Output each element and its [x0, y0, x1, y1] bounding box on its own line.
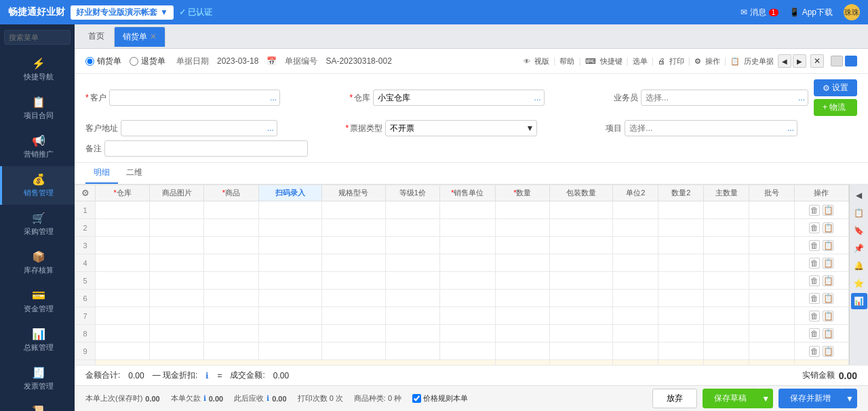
right-panel-btn-6[interactable]: ⭐ [851, 275, 867, 292]
row-copy-6[interactable]: 📋 [823, 293, 833, 304]
view-mode-grid-button[interactable] [845, 56, 857, 66]
row-warehouse-1[interactable] [96, 201, 150, 219]
row-qty-1[interactable] [495, 201, 549, 219]
sidebar-item-quick[interactable]: ⚡ 快捷导航 [0, 50, 75, 89]
right-panel-btn-5[interactable]: 🔔 [851, 258, 867, 274]
select-label[interactable]: 选单 [633, 56, 648, 66]
remark-input[interactable] [104, 140, 308, 157]
row-delete-3[interactable]: 🗑 [809, 240, 820, 251]
abandon-button[interactable]: 放弃 [652, 389, 697, 408]
save-draft-dropdown-button[interactable]: ▼ [758, 389, 773, 408]
help-label[interactable]: 帮助 [559, 56, 574, 66]
discount-info-icon[interactable]: ℹ [205, 371, 209, 380]
customer-input[interactable] [110, 93, 268, 102]
row-delete-7[interactable]: 🗑 [809, 311, 820, 321]
price-check-checkbox[interactable] [412, 394, 421, 403]
add-cargo-button[interactable]: + 物流 [814, 99, 857, 116]
row-sales-unit-1[interactable] [439, 201, 495, 219]
company-selector[interactable]: 好业财专业版演示帐套 ▼ [71, 5, 174, 20]
sidebar-item-marketing[interactable]: 📢 营销推广 [0, 128, 75, 166]
shortcut-label[interactable]: 快捷键 [600, 56, 623, 66]
row-copy-3[interactable]: 📋 [823, 240, 833, 251]
sidebar-item-invoice[interactable]: 🧾 发票管理 [0, 359, 75, 398]
row-copy-1[interactable]: 📋 [823, 205, 833, 216]
app-download-button[interactable]: 📱 App下载 [789, 7, 833, 18]
tab-home[interactable]: 首页 [80, 26, 113, 46]
setup-button[interactable]: ⚙ 设置 [814, 79, 857, 96]
tab-sales-order[interactable]: 销货单 ✕ [114, 26, 165, 47]
salesperson-input[interactable] [642, 93, 795, 102]
view-label[interactable]: 视版 [534, 56, 549, 66]
history-label[interactable]: 历史单据 [744, 56, 774, 66]
warehouse-dots-button[interactable]: ... [532, 93, 544, 102]
row-delete-5[interactable]: 🗑 [809, 275, 820, 286]
row-delete-2[interactable]: 🗑 [809, 222, 820, 233]
row-delete-4[interactable]: 🗑 [809, 258, 820, 269]
sidebar-item-finance[interactable]: 💳 资金管理 [0, 282, 75, 321]
save-new-dropdown-button[interactable]: ▼ [842, 389, 857, 408]
tab-2d[interactable]: 二维 [118, 163, 151, 184]
project-input[interactable] [625, 123, 785, 133]
user-avatar-area[interactable]: 珠珠 [844, 4, 860, 20]
row-qty2-1[interactable] [658, 201, 704, 219]
right-panel-btn-4[interactable]: 📌 [851, 240, 867, 256]
sidebar-item-sales[interactable]: 💰 销售管理 [0, 166, 75, 205]
sidebar-item-purchase[interactable]: 🛒 采购管理 [0, 205, 75, 243]
tab-close-icon[interactable]: ✕ [150, 32, 157, 41]
right-panel-btn-2[interactable]: 📋 [851, 205, 867, 221]
row-unit2-1[interactable] [613, 201, 658, 219]
table-header-row: ⚙ *仓库 商品图片 *商品 扫码录入 规格型号 等级1价 *销售单位 * [75, 185, 849, 201]
form-close-button[interactable]: ✕ [810, 54, 824, 68]
row-batch-import-1[interactable] [258, 201, 322, 219]
search-input[interactable] [4, 30, 71, 45]
row-delete-1[interactable]: 🗑 [809, 205, 820, 216]
row-copy-2[interactable]: 📋 [823, 222, 833, 233]
customer-dots-button[interactable]: ... [267, 93, 279, 102]
save-new-button[interactable]: 保存并新增 [778, 389, 842, 408]
row-batch-1[interactable] [749, 201, 794, 219]
row-delete-8[interactable]: 🗑 [809, 328, 820, 339]
message-button[interactable]: ✉ 消息 1 [741, 7, 778, 18]
row-copy-9[interactable]: 📋 [823, 346, 833, 357]
row-product-img-1[interactable] [150, 201, 204, 219]
table-settings-col[interactable]: ⚙ [75, 185, 96, 201]
right-panel-btn-3[interactable]: 🔖 [851, 222, 867, 239]
sidebar-item-project[interactable]: 📋 项目合同 [0, 89, 75, 128]
sidebar-item-inventory[interactable]: 📦 库存核算 [0, 243, 75, 282]
row-copy-8[interactable]: 📋 [823, 328, 833, 339]
right-panel-btn-1[interactable]: ◀ [851, 187, 867, 203]
row-delete-6[interactable]: 🗑 [809, 293, 820, 304]
print-label[interactable]: 打印 [669, 56, 684, 66]
warehouse-input[interactable] [374, 93, 532, 102]
operate-label[interactable]: 操作 [705, 56, 720, 66]
row-main-qty-1[interactable] [704, 201, 749, 219]
sidebar-item-accounting[interactable]: 📊 总账管理 [0, 321, 75, 359]
nav-next-button[interactable]: ▶ [793, 54, 806, 68]
row-product-1[interactable] [204, 201, 258, 219]
project-input-wrapper: ... [625, 120, 797, 136]
salesperson-dots-button[interactable]: ... [795, 93, 808, 102]
price-check-label[interactable]: 价格规则本单 [412, 393, 468, 404]
row-copy-4[interactable]: 📋 [823, 258, 833, 269]
nav-prev-button[interactable]: ◀ [778, 54, 791, 68]
invoice-type-input[interactable] [386, 123, 523, 133]
radio-sales-order[interactable]: 销货单 [85, 56, 121, 67]
row-spec-1[interactable] [322, 201, 386, 219]
row-price1-1[interactable] [385, 201, 439, 219]
save-draft-button[interactable]: 保存草稿 [703, 389, 758, 408]
invoice-dropdown-icon[interactable]: ▼ [524, 123, 537, 133]
row-pack-qty-1[interactable] [549, 201, 613, 219]
project-dots-button[interactable]: ... [785, 123, 797, 133]
customer-addr-input[interactable] [121, 123, 264, 133]
sidebar-item-tax[interactable]: 📜 税务管理 [0, 398, 75, 411]
view-mode-list-button[interactable] [831, 56, 843, 66]
tab-detail[interactable]: 明细 [85, 163, 118, 184]
customer-addr-dots-button[interactable]: ... [264, 123, 277, 133]
right-panel-btn-7[interactable]: 📊 [851, 293, 867, 309]
calendar-icon[interactable]: 📅 [267, 56, 277, 66]
settings-gear-icon[interactable]: ⚙ [81, 188, 90, 198]
row-copy-5[interactable]: 📋 [823, 275, 833, 286]
row-copy-7[interactable]: 📋 [823, 311, 833, 321]
radio-return-order[interactable]: 退货单 [130, 56, 165, 67]
row-delete-9[interactable]: 🗑 [809, 346, 820, 357]
